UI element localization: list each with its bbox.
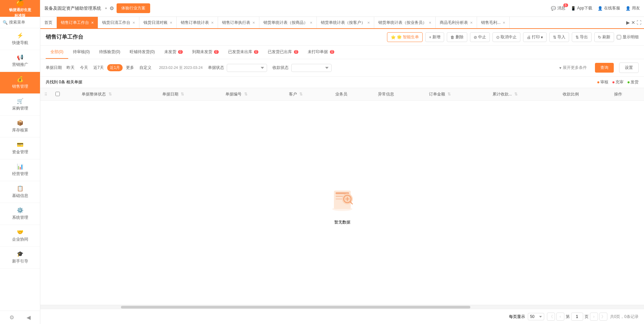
select-all-checkbox[interactable] xyxy=(55,92,60,96)
reset-button[interactable]: 设置 xyxy=(619,63,639,73)
status-sort-icon[interactable]: ⇅ xyxy=(109,92,112,96)
import-button[interactable]: ⇅ 导入 xyxy=(549,32,569,42)
tab-sales-order-close[interactable]: ✕ xyxy=(91,21,94,25)
filter-tab-expired[interactable]: 到期未发货 0 xyxy=(187,46,223,59)
smart-gen-button[interactable]: ⭐ 🌟 智能生单 xyxy=(387,32,423,42)
th-number[interactable]: 单据编号 ⇅ xyxy=(221,88,285,101)
app-download-btn[interactable]: 📱 App下载 xyxy=(571,5,592,11)
expand-btn[interactable]: ▾ 展开更多条件 xyxy=(559,65,587,71)
tab-sales-order[interactable]: 销售订单工作台 ✕ xyxy=(57,17,98,28)
tab-home[interactable]: 首页 xyxy=(40,17,57,28)
scrollbar-thumb[interactable] xyxy=(121,306,470,309)
pay-status-select[interactable] xyxy=(291,64,332,72)
tab-cash-reconcile-close[interactable]: ✕ xyxy=(170,21,172,25)
filter-tab-pending-check[interactable]: 待拣验货(0) xyxy=(94,46,125,59)
filter-tab-all[interactable]: 全部(0) xyxy=(46,46,68,59)
tab-sales-more-close[interactable]: ✕ xyxy=(503,21,505,25)
sidebar-search[interactable]: 🔍 搜索菜单 xyxy=(0,17,40,28)
show-detail-input[interactable] xyxy=(617,35,621,39)
audit-btn[interactable]: 审核 xyxy=(597,79,608,85)
sidebar-item-quicknav[interactable]: ⚡ 快捷导航 xyxy=(0,28,40,50)
sidebar-item-inventory[interactable]: 📦 库存核算 xyxy=(0,116,40,137)
filter-tab-pending[interactable]: 待审核(0) xyxy=(68,46,95,59)
tab-cash-daily[interactable]: 钱货日清工作台 ✕ xyxy=(98,17,139,28)
th-amount[interactable]: 订单金额 ⇅ xyxy=(425,88,488,101)
filter-tab-not-printed[interactable]: 未打印单据 0 xyxy=(303,46,339,59)
tab-close-all-icon[interactable]: ✕ xyxy=(631,20,635,25)
th-customer[interactable]: 客户 ⇅ xyxy=(285,88,331,101)
tab-sales-by-staff[interactable]: 销货单统计表（按业务员） ✕ xyxy=(374,17,436,28)
show-detail-checkbox[interactable]: 显示明细 xyxy=(617,34,639,40)
filter-tab-not-shipped[interactable]: 未发货 0 xyxy=(160,46,187,59)
tab-sales-by-customer[interactable]: 销货单统计表（按客户） ✕ xyxy=(317,17,374,28)
table-scroll[interactable]: ⠿ 单据整体状态 ⇅ 单据日期 ⇅ xyxy=(40,88,644,305)
stop-button[interactable]: ⊘ 中止 xyxy=(470,32,490,42)
date-btn-custom[interactable]: 自定义 xyxy=(137,64,154,71)
tab-sales-stats-close[interactable]: ✕ xyxy=(211,21,214,25)
th-status[interactable]: 单据整体状态 ⇅ xyxy=(78,88,158,101)
ship-btn[interactable]: 发货 xyxy=(628,79,639,85)
print-button[interactable]: 🖨 打印 ▾ xyxy=(523,32,547,42)
system-dropdown-icon[interactable]: ▾ xyxy=(105,6,107,10)
last-page-btn[interactable]: 》 xyxy=(599,313,607,321)
date-btn-1month[interactable]: 近1月 xyxy=(107,64,123,71)
settings-bottom-icon[interactable]: ⚙ xyxy=(9,314,14,321)
delete-button[interactable]: 🗑 删除 xyxy=(447,32,467,42)
sidebar-item-operation[interactable]: 📊 经营管理 xyxy=(0,159,40,181)
tab-sales-by-product-close[interactable]: ✕ xyxy=(310,21,312,25)
tab-sales-stats[interactable]: 销售订单统计表 ✕ xyxy=(177,17,218,28)
cancel-stop-button[interactable]: ⊙ 取消中止 xyxy=(492,32,520,42)
tab-gross-profit[interactable]: 商品毛利分析表 ✕ xyxy=(436,17,477,28)
tab-sales-more[interactable]: 销售毛利... ✕ xyxy=(477,17,510,28)
tab-sales-by-product[interactable]: 销货单统计表（按商品） ✕ xyxy=(259,17,317,28)
collected-sort-icon[interactable]: ⇅ xyxy=(514,92,518,96)
page-input[interactable] xyxy=(571,313,583,321)
support-btn[interactable]: 👤 在线客服 xyxy=(598,5,620,11)
tab-sales-by-staff-close[interactable]: ✕ xyxy=(429,21,431,25)
sidebar-item-enterprise[interactable]: 🤝 企业协同 xyxy=(0,225,40,247)
settings-icon[interactable]: ⚙ xyxy=(110,5,114,11)
sidebar-item-basic[interactable]: 📋 基础信息 xyxy=(0,181,40,203)
customer-sort-icon[interactable]: ⇅ xyxy=(299,92,303,96)
sidebar-item-sales[interactable]: 💰 销售管理 xyxy=(0,72,40,94)
add-button[interactable]: + 新增 xyxy=(425,32,444,42)
tab-more-icon[interactable]: ▶ xyxy=(626,20,630,25)
tab-sales-by-customer-close[interactable]: ✕ xyxy=(367,21,370,25)
reverse-btn[interactable]: 充审 xyxy=(612,79,624,85)
tab-sales-exec[interactable]: 销售订单执行表 ✕ xyxy=(218,17,259,28)
date-btn-yesterday[interactable]: 昨天 xyxy=(65,64,77,71)
filter-tab-shipped-out[interactable]: 已发货已出库 0 xyxy=(263,46,303,59)
date-btn-today[interactable]: 今天 xyxy=(78,64,90,71)
th-collected[interactable]: 累计收款... ⇅ xyxy=(488,88,559,101)
date-btn-7days[interactable]: 近7天 xyxy=(91,64,106,71)
th-date[interactable]: 单据日期 ⇅ xyxy=(158,88,222,101)
sidebar-item-marketing[interactable]: 📢 营销推广 xyxy=(0,50,40,72)
horizontal-scrollbar[interactable] xyxy=(40,305,644,309)
filter-tab-wangpu[interactable]: 旺铺待发货(0) xyxy=(125,46,160,59)
th-checkbox-all[interactable] xyxy=(51,88,78,101)
sidebar-item-purchase[interactable]: 🛒 采购管理 xyxy=(0,94,40,116)
page-size-select[interactable]: 20 50 100 xyxy=(528,313,544,320)
tab-maximize-icon[interactable]: ⛶ xyxy=(637,20,641,25)
number-sort-icon[interactable]: ⇅ xyxy=(244,92,248,96)
status-select[interactable] xyxy=(227,64,267,72)
user-btn[interactable]: 👤 用友 xyxy=(626,5,640,11)
sidebar-item-system[interactable]: ⚙️ 系统管理 xyxy=(0,203,40,225)
next-page-btn[interactable]: › xyxy=(590,313,598,321)
tab-sales-exec-close[interactable]: ✕ xyxy=(252,21,255,25)
message-btn[interactable]: 💬 消息 6 xyxy=(551,5,565,11)
prev-page-btn[interactable]: ‹ xyxy=(556,313,564,321)
collapse-icon[interactable]: ◀ xyxy=(27,314,31,321)
first-page-btn[interactable]: 《 xyxy=(547,313,555,321)
search-button[interactable]: 查询 xyxy=(595,63,614,73)
date-btn-more[interactable]: 更多 xyxy=(124,64,136,71)
tab-cash-daily-close[interactable]: ✕ xyxy=(132,21,135,25)
sidebar-item-guide[interactable]: 🎓 新手引导 xyxy=(0,247,40,269)
sidebar-item-finance[interactable]: 💳 资金管理 xyxy=(0,137,40,159)
tab-gross-profit-close[interactable]: ✕ xyxy=(470,21,473,25)
date-sort-icon[interactable]: ⇅ xyxy=(181,92,184,96)
filter-tab-shipped-not-out[interactable]: 已发货未出库 0 xyxy=(223,46,263,59)
refresh-button[interactable]: ↻ 刷新 xyxy=(594,32,614,42)
tab-cash-reconcile[interactable]: 钱货日清对账 ✕ xyxy=(139,17,177,28)
amount-sort-icon[interactable]: ⇅ xyxy=(447,92,451,96)
